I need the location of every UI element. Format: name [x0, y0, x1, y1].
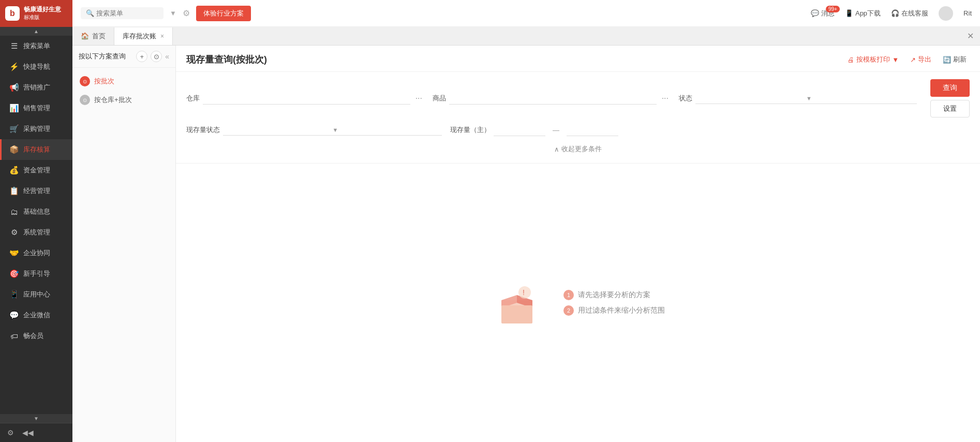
scheme-name-batch: 按批次	[94, 77, 114, 86]
topbar-search-box[interactable]: 🔍	[81, 7, 164, 19]
search-nav-icon: ☰	[9, 41, 19, 51]
warehouse-label: 仓库	[186, 94, 200, 103]
sidebar-scroll-up[interactable]: ▲	[0, 27, 72, 36]
quicknav-icon: ⚡	[9, 62, 19, 71]
right-panel: 现存量查询(按批次) 🖨 按模板打印 ▼ ↗ 导出 🔄 刷新	[176, 46, 980, 442]
query-button[interactable]: 查询	[930, 79, 970, 97]
refresh-icon: 🔄	[943, 56, 951, 64]
scheme-item-batch[interactable]: ⊙ 按批次	[72, 72, 175, 91]
add-scheme-btn[interactable]: +	[136, 51, 147, 62]
tip-1-number: 1	[563, 290, 574, 300]
sidebar-item-label: 畅会员	[23, 331, 43, 341]
stock-status-select[interactable]: ▼	[223, 125, 442, 136]
warehouse-input[interactable]	[203, 92, 410, 105]
global-close-icon[interactable]: ✕	[961, 31, 980, 41]
collapse-panel-btn[interactable]: «	[165, 52, 169, 61]
sidebar-item-newguide[interactable]: 🎯 新手引导	[0, 263, 72, 284]
sidebar-item-wechat[interactable]: 💬 企业微信	[0, 305, 72, 326]
tab-active-label: 库存批次账	[123, 32, 156, 41]
messages-item[interactable]: 💬 消息 99+	[811, 9, 835, 18]
sales-icon: 📊	[9, 104, 19, 113]
sidebar-item-system[interactable]: ⚙ 系统管理	[0, 222, 72, 243]
stock-qty-max-input[interactable]	[567, 124, 618, 136]
scheme-name-warehouse-batch: 按仓库+批次	[94, 95, 132, 105]
app-download-item[interactable]: 📱 App下载	[845, 9, 881, 18]
print-icon: 🖨	[848, 56, 854, 64]
sidebar-item-finance[interactable]: 💰 资金管理	[0, 160, 72, 181]
sidebar-item-purchase[interactable]: 🛒 采购管理	[0, 119, 72, 139]
status-dropdown-icon: ▼	[806, 95, 914, 101]
sidebar-item-enterprise[interactable]: 🤝 企业协同	[0, 243, 72, 263]
sidebar: b 畅康通好生意 标准版 ▲ ☰ 搜索菜单 ⚡ 快捷导航 📢 营销推广 📊 销售…	[0, 0, 72, 442]
sidebar-item-label: 资金管理	[23, 166, 50, 175]
topbar: 🔍 ▼ ⚙ 体验行业方案 💬 消息 99+ 📱 App下载 🎧 在线客服 Rit	[72, 0, 980, 27]
scheme-item-warehouse-batch[interactable]: ⊙ 按仓库+批次	[72, 91, 175, 109]
export-icon: ↗	[910, 56, 916, 64]
search-input[interactable]	[96, 9, 158, 17]
scheme-icon-active: ⊙	[80, 76, 90, 86]
gear-icon[interactable]: ⚙	[183, 8, 190, 18]
product-label: 商品	[433, 94, 446, 103]
sidebar-item-search[interactable]: ☰ 搜索菜单	[0, 36, 72, 56]
filter-area: 仓库 ··· 商品 ··· 状态 ▼	[176, 72, 980, 164]
page-title: 现存量查询(按批次)	[186, 53, 844, 66]
filter-field-status: 状态 ▼	[679, 93, 917, 104]
filter-field-stock-qty: 现存量（主） —	[450, 124, 706, 136]
scheme-settings-btn[interactable]: ⊙	[151, 51, 162, 62]
marketing-icon: 📢	[9, 83, 19, 92]
sidebar-item-sales[interactable]: 📊 销售管理	[0, 98, 72, 119]
collapse-sidebar-icon[interactable]: ◀◀	[22, 429, 34, 437]
sidebar-item-marketing[interactable]: 📢 营销推广	[0, 77, 72, 98]
main-area: 🔍 ▼ ⚙ 体验行业方案 💬 消息 99+ 📱 App下载 🎧 在线客服 Rit	[72, 0, 980, 442]
tabs-bar: 🏠 首页 库存批次账 × ✕	[72, 27, 980, 46]
home-icon: 🏠	[81, 32, 89, 40]
collapse-more-conditions[interactable]: ∧ 收起更多条件	[186, 142, 970, 156]
sidebar-scroll-down[interactable]: ▼	[0, 414, 72, 423]
settings-footer-icon[interactable]: ⚙	[7, 429, 14, 437]
user-avatar[interactable]	[939, 6, 953, 21]
settings-button[interactable]: 设置	[930, 100, 970, 117]
tab-inventory-batch[interactable]: 库存批次账 ×	[114, 27, 173, 45]
sidebar-item-label: 新手引导	[23, 269, 50, 278]
product-input[interactable]	[449, 92, 657, 105]
tab-home[interactable]: 🏠 首页	[72, 27, 114, 45]
sidebar-item-quicknav[interactable]: ⚡ 快捷导航	[0, 56, 72, 77]
settings-circle-icon: ⊙	[154, 53, 159, 61]
app-logo: b	[5, 6, 20, 21]
refresh-btn[interactable]: 🔄 刷新	[940, 53, 970, 66]
operations-icon: 📋	[9, 186, 19, 196]
edition-label: 标准版	[24, 14, 61, 21]
warehouse-dots-icon[interactable]: ···	[413, 94, 424, 103]
sidebar-item-appcenter[interactable]: 📱 应用中心	[0, 284, 72, 305]
dropdown-icon[interactable]: ▼	[170, 9, 176, 17]
refresh-label: 刷新	[953, 55, 967, 64]
empty-tip-1: 1 请先选择要分析的方案	[563, 290, 665, 300]
sidebar-item-basics[interactable]: 🗂 基础信息	[0, 201, 72, 222]
sidebar-item-label: 营销推广	[23, 83, 50, 92]
svg-point-4	[518, 286, 531, 299]
collapse-label: 收起更多条件	[561, 144, 602, 154]
sidebar-item-label: 快捷导航	[23, 62, 50, 71]
product-dots-icon[interactable]: ···	[660, 94, 671, 103]
sidebar-item-member[interactable]: 🏷 畅会员	[0, 326, 72, 346]
print-dropdown-icon[interactable]: ▼	[892, 56, 899, 64]
page-actions: 🖨 按模板打印 ▼ ↗ 导出 🔄 刷新	[844, 53, 970, 66]
trial-btn[interactable]: 体验行业方案	[196, 6, 251, 21]
left-panel-header: 按以下方案查询 + ⊙ «	[72, 46, 175, 68]
topbar-right: 💬 消息 99+ 📱 App下载 🎧 在线客服 Rit	[811, 6, 972, 21]
online-service-item[interactable]: 🎧 在线客服	[891, 9, 928, 18]
status-select[interactable]: ▼	[695, 93, 917, 104]
print-label: 按模板打印	[856, 55, 890, 64]
filter-row-1: 仓库 ··· 商品 ··· 状态 ▼	[186, 79, 970, 117]
export-btn[interactable]: ↗ 导出	[907, 53, 934, 66]
sidebar-item-label: 经营管理	[23, 186, 50, 196]
sidebar-item-operations[interactable]: 📋 经营管理	[0, 181, 72, 201]
print-btn[interactable]: 🖨 按模板打印 ▼	[844, 53, 902, 66]
tab-close-icon[interactable]: ×	[160, 33, 164, 40]
online-service-label: 在线客服	[901, 9, 928, 18]
message-icon: 💬	[811, 9, 819, 17]
sidebar-item-inventory[interactable]: 📦 库存核算	[0, 139, 72, 160]
tip-1-text: 请先选择要分析的方案	[578, 290, 650, 300]
stock-qty-min-input[interactable]	[494, 124, 545, 136]
collapse-icon: ∧	[554, 145, 559, 153]
